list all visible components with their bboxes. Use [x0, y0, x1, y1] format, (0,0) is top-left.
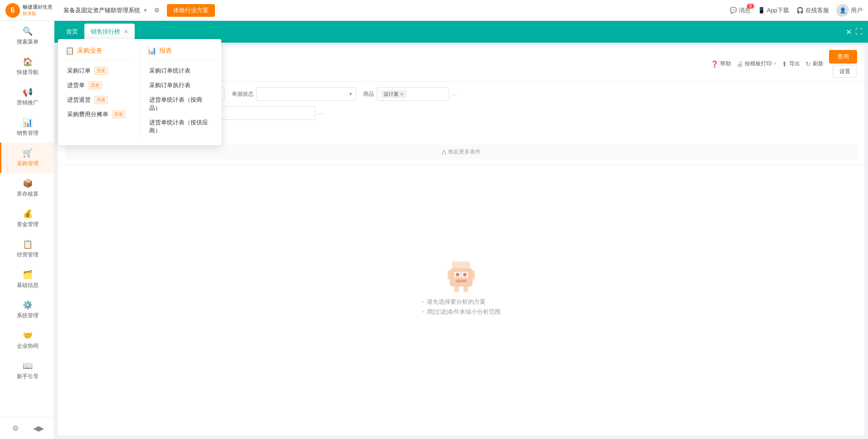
svg-rect-8 — [454, 286, 459, 292]
print-arrow-icon[interactable]: ▾ — [774, 61, 776, 67]
menu-item-purchase-cost[interactable]: 采购费用分摊单 历史 — [65, 107, 132, 122]
order-status-label: 单据状态 — [232, 90, 254, 98]
svg-rect-0 — [450, 268, 473, 286]
logo-main-text: 畅捷通好生意 — [23, 4, 53, 10]
menu-item-return-label: 进货退货 — [67, 96, 91, 104]
export-button[interactable]: ⬆ 导出 — [782, 60, 800, 68]
sidebar-label-marketing: 营销推广 — [17, 99, 39, 107]
header-middle: 装备及固定资产辅助管理系统 ▾ ⚙ 体验行业方案 — [60, 4, 730, 17]
sidebar-item-marketing[interactable]: 📢 营销推广 — [0, 82, 54, 112]
menu-item-purchase-order-exec[interactable]: 采购订单执行表 — [147, 78, 215, 93]
sidebar-label-system: 系统管理 — [17, 312, 39, 320]
history-tag-3: 历史 — [94, 96, 108, 104]
settings-icon[interactable]: ⚙ — [151, 4, 163, 17]
dropdown-arrow-icon[interactable]: ▾ — [144, 7, 147, 14]
sidebar-item-operations[interactable]: 📋 经营管理 — [0, 234, 54, 264]
app-download-button[interactable]: 📱 App下载 — [758, 6, 789, 15]
nav-sales-rank-tab[interactable]: 销售排行榜 ✕ — [84, 24, 135, 40]
help-button[interactable]: ❓ 帮助 — [711, 60, 731, 68]
tab-expand-icon[interactable]: ⛶ — [855, 28, 863, 36]
menu-item-purchase-cost-label: 采购费用分摊单 — [67, 110, 108, 118]
logo-text-block: 畅捷通好生意 标准版 — [23, 4, 53, 16]
sidebar-item-guide[interactable]: 📖 新手引导 — [0, 355, 54, 386]
sidebar-label-purchase: 采购管理 — [17, 160, 39, 168]
svg-rect-6 — [448, 271, 450, 280]
sidebar: 🔍 搜索菜单 🏠 快捷导航 📢 营销推广 📊 销售管理 🛒 采购管理 📦 库存核… — [0, 21, 54, 439]
home-icon: 🏠 — [23, 57, 33, 67]
purchase-column-title: 📋 采购业务 — [65, 46, 132, 60]
industry-button[interactable]: 体验行业方案 — [167, 4, 215, 17]
history-tag-4: 历史 — [112, 110, 126, 118]
salesperson-more-icon[interactable]: ··· — [318, 110, 323, 117]
report-column: 📊 报表 采购订单统计表 采购订单执行表 进货单统计表（按商品） 进货单统计表（… — [140, 43, 222, 142]
sidebar-item-enterprise[interactable]: 🤝 企业协同 — [0, 325, 54, 355]
svg-rect-5 — [456, 280, 467, 282]
inventory-icon: 📦 — [23, 178, 33, 188]
messages-badge: 9 — [747, 4, 754, 9]
purchase-icon: 🛒 — [23, 148, 33, 158]
menu-item-po-exec-label: 采购订单执行表 — [149, 81, 190, 89]
query-button[interactable]: 查询 — [829, 50, 857, 64]
sidebar-label-finance: 资金管理 — [17, 221, 39, 228]
sidebar-label-enterprise: 企业协同 — [17, 342, 39, 350]
top-header: 6 畅捷通好生意 标准版 装备及固定资产辅助管理系统 ▾ ⚙ 体验行业方案 💬 … — [0, 0, 868, 21]
enterprise-icon: 🤝 — [23, 330, 33, 340]
sidebar-label-sales: 销售管理 — [17, 129, 39, 137]
history-tag-2: 历史 — [88, 81, 102, 89]
menu-item-return[interactable]: 进货退货 历史 — [65, 93, 132, 107]
collapse-filters-button[interactable]: ⋀ 收起更多条件 — [65, 144, 857, 159]
sidebar-item-basic[interactable]: 🗂️ 基础信息 — [0, 264, 54, 295]
sidebar-item-system[interactable]: ⚙️ 系统管理 — [0, 295, 54, 325]
sidebar-item-purchase[interactable]: 🛒 采购管理 — [0, 143, 54, 173]
sidebar-bottom: ⚙ ◀▶ — [0, 417, 54, 439]
salesperson-input[interactable] — [216, 106, 316, 120]
report-title-icon: 📊 — [147, 46, 156, 55]
print-icon: 🖨 — [736, 60, 743, 68]
goods-filter: 商品 设计素 ✕ ··· — [363, 87, 457, 101]
search-icon: 🔍 — [23, 26, 33, 36]
header-right: 💬 消息 9 📱 App下载 🎧 在线客服 👤 用户 — [730, 4, 863, 17]
sidebar-label-guide: 新手引导 — [17, 373, 39, 380]
order-status-filter: 单据状态 ▾ — [232, 87, 356, 101]
purchase-title-text: 采购业务 — [77, 47, 102, 55]
messages-button[interactable]: 💬 消息 9 — [730, 6, 751, 15]
sidebar-label-inventory: 库存核算 — [17, 190, 39, 198]
goods-more-icon[interactable]: ··· — [452, 91, 457, 98]
purchase-column: 📋 采购业务 采购订单 历史 进货单 历史 进货退货 历史 采购费用分摊单 历史 — [58, 43, 140, 142]
user-button[interactable]: 👤 用户 — [836, 4, 863, 17]
empty-illustration — [439, 257, 484, 293]
close-tab-icon[interactable]: ✕ — [124, 29, 128, 35]
sidebar-label-operations: 经营管理 — [17, 251, 39, 259]
refresh-label: 刷新 — [813, 60, 824, 68]
sidebar-item-finance[interactable]: 💰 资金管理 — [0, 203, 54, 234]
refresh-button[interactable]: ↻ 刷新 — [805, 60, 824, 68]
svg-rect-9 — [463, 286, 468, 292]
menu-item-purchase-order-stats[interactable]: 采购订单统计表 — [147, 64, 215, 78]
goods-tag-close-icon[interactable]: ✕ — [400, 92, 404, 97]
sidebar-item-inventory[interactable]: 📦 库存核算 — [0, 173, 54, 203]
history-tag-1: 历史 — [94, 67, 108, 75]
menu-item-purchase-order[interactable]: 采购订单 历史 — [65, 64, 132, 78]
goods-input[interactable]: 设计素 ✕ — [377, 87, 449, 101]
sidebar-collapse-btn[interactable]: ◀▶ — [31, 421, 46, 435]
empty-state: 请先选择要分析的方案 用[过滤]条件来缩小分析范围 — [58, 165, 864, 435]
settings-button[interactable]: 设置 — [833, 65, 857, 78]
tab-close-icon[interactable]: ✕ — [846, 28, 852, 36]
menu-item-incoming-goods-label: 进货单统计表（按商品） — [149, 96, 213, 112]
basic-icon: 🗂️ — [23, 270, 33, 280]
sidebar-settings-btn[interactable]: ⚙ — [8, 421, 23, 435]
menu-item-incoming-stats-supplier[interactable]: 进货单统计表（按供应商） — [147, 115, 215, 138]
export-icon: ⬆ — [782, 60, 787, 68]
menu-item-incoming-stats-goods[interactable]: 进货单统计表（按商品） — [147, 93, 215, 115]
online-service-label: 在线客服 — [805, 6, 829, 15]
sidebar-item-search[interactable]: 🔍 搜索菜单 — [0, 21, 54, 51]
empty-hints: 请先选择要分析的方案 用[过滤]条件来缩小分析范围 — [422, 297, 501, 317]
sidebar-item-nav[interactable]: 🏠 快捷导航 — [0, 51, 54, 82]
sidebar-item-sales[interactable]: 📊 销售管理 — [0, 112, 54, 143]
menu-item-incoming[interactable]: 进货单 历史 — [65, 78, 132, 93]
online-service-button[interactable]: 🎧 在线客服 — [796, 6, 829, 15]
goods-tag-text: 设计素 — [384, 91, 399, 98]
print-button[interactable]: 🖨 按模板打印 ▾ — [736, 60, 776, 68]
logo-icon: 6 — [5, 3, 20, 18]
order-status-input[interactable]: ▾ — [256, 87, 356, 101]
